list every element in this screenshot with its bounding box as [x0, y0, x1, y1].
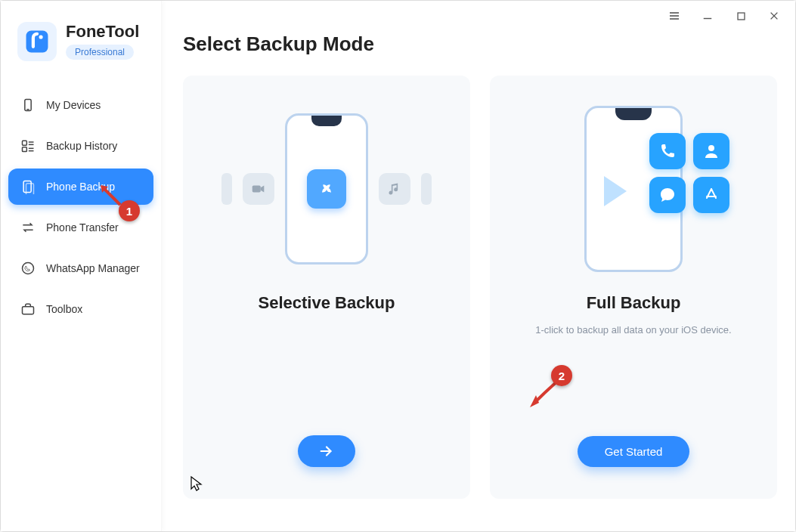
- illustration-full: [508, 106, 759, 272]
- svg-point-19: [23, 263, 34, 274]
- svg-rect-14: [23, 147, 27, 152]
- brand: FoneTool Professional: [8, 22, 153, 67]
- cursor-icon: [190, 475, 203, 492]
- history-icon: [20, 138, 36, 153]
- left-stub-icon: [221, 173, 232, 205]
- minimize-icon[interactable]: [702, 10, 714, 22]
- contact-app-icon: [693, 133, 729, 169]
- illustration-selective: [201, 106, 452, 272]
- brand-logo-icon: [17, 22, 57, 61]
- svg-point-8: [39, 36, 43, 39]
- message-app-icon: [649, 177, 686, 213]
- sidebar-item-backup-history[interactable]: Backup History: [8, 128, 153, 164]
- card-full-backup[interactable]: Full Backup 1-click to backup all data o…: [490, 76, 777, 499]
- device-icon: [20, 97, 36, 113]
- brand-name: FoneTool: [66, 22, 139, 42]
- card-title-full: Full Backup: [587, 293, 681, 313]
- sidebar-item-phone-backup[interactable]: Phone Backup: [8, 169, 153, 205]
- brand-tier-badge: Professional: [66, 45, 134, 60]
- fan-icon: [307, 169, 346, 209]
- menu-icon[interactable]: [668, 10, 680, 22]
- toolbox-icon: [20, 302, 36, 317]
- video-icon: [243, 173, 274, 205]
- phone-mock-icon: [285, 113, 368, 264]
- close-icon[interactable]: [768, 10, 780, 22]
- maximize-icon[interactable]: [735, 10, 747, 22]
- music-icon: [379, 173, 410, 205]
- svg-rect-21: [252, 185, 261, 192]
- backup-icon: [20, 179, 36, 194]
- whatsapp-icon: [20, 261, 36, 276]
- svg-rect-17: [23, 181, 31, 193]
- card-selective-backup[interactable]: Selective Backup: [183, 76, 470, 499]
- sidebar-item-label: Toolbox: [46, 303, 82, 315]
- selective-get-started-button[interactable]: [298, 435, 355, 467]
- sidebar-item-label: Phone Transfer: [46, 221, 119, 234]
- full-get-started-button[interactable]: Get Started: [578, 436, 690, 467]
- sidebar-item-label: Backup History: [46, 140, 117, 152]
- main: Select Backup Mode: [162, 1, 795, 531]
- title-bar: [653, 1, 795, 31]
- sidebar: FoneTool Professional My Devices Backup …: [1, 1, 162, 531]
- sidebar-item-label: My Devices: [46, 99, 101, 111]
- sidebar-item-label: WhatsApp Manager: [46, 262, 140, 274]
- svg-rect-4: [738, 13, 745, 20]
- svg-rect-11: [23, 141, 27, 145]
- appstore-app-icon: [693, 177, 729, 213]
- cards-row: Selective Backup: [183, 76, 777, 499]
- card-subtitle-full: 1-click to backup all data on your iOS d…: [535, 323, 731, 349]
- sidebar-item-whatsapp-manager[interactable]: WhatsApp Manager: [8, 250, 153, 286]
- svg-rect-20: [23, 307, 34, 314]
- transfer-icon: [20, 220, 36, 235]
- app-window: FoneTool Professional My Devices Backup …: [0, 0, 796, 532]
- chevron-shape-icon: [600, 169, 646, 214]
- card-title-selective: Selective Backup: [259, 293, 395, 313]
- right-stub-icon: [421, 173, 432, 205]
- page-title: Select Backup Mode: [183, 32, 777, 56]
- sidebar-item-my-devices[interactable]: My Devices: [8, 87, 153, 123]
- phone-app-icon: [649, 133, 686, 169]
- annotation-badge-1: 1: [119, 200, 140, 221]
- annotation-badge-2: 2: [551, 365, 572, 386]
- svg-point-23: [708, 145, 714, 151]
- sidebar-item-toolbox[interactable]: Toolbox: [8, 291, 153, 327]
